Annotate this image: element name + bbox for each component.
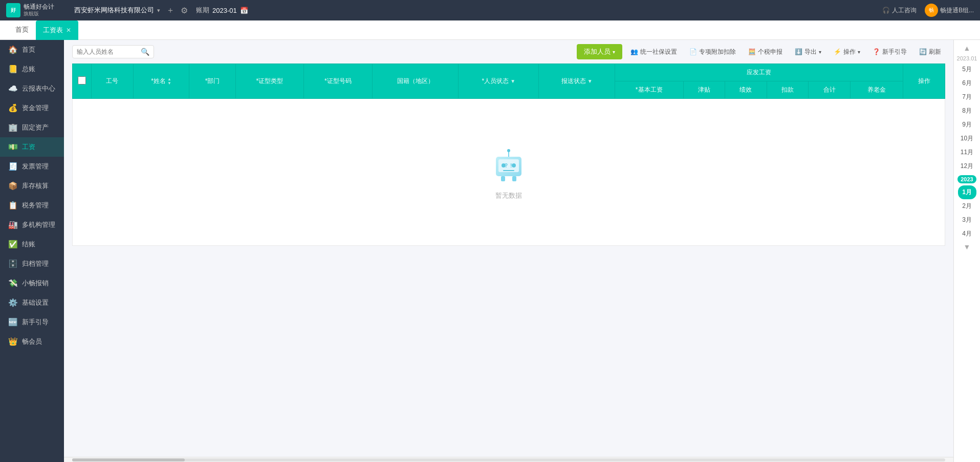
th-name: *姓名 ▲▼: [133, 64, 189, 99]
search-box[interactable]: 🔍: [72, 45, 154, 58]
sidebar-label-home: 首页: [22, 45, 35, 54]
assets-icon: 🏢: [8, 123, 18, 132]
filter-status-icon[interactable]: ▼: [510, 78, 515, 84]
svg-rect-7: [501, 176, 505, 181]
funds-icon: 💰: [8, 103, 18, 113]
operations-btn[interactable]: ⚡ 操作 ▾: [830, 46, 864, 58]
date-year: 2023: [957, 175, 976, 183]
date-month-3[interactable]: 3月: [954, 213, 980, 227]
header-right: 🎧 人工咨询 畅 畅捷通B组...: [882, 4, 974, 17]
horizontal-scrollbar[interactable]: [64, 457, 953, 462]
sidebar-label-inventory: 库存核算: [22, 181, 49, 191]
operations-arrow-icon: ▾: [858, 49, 860, 55]
sidebar-item-member[interactable]: 👑 畅会员: [0, 332, 64, 351]
add-person-button[interactable]: 添加人员 ▾: [577, 44, 622, 59]
sidebar-label-settings: 基础设置: [22, 298, 49, 307]
date-month-8[interactable]: 8月: [954, 104, 980, 118]
logo-area: 好 畅通好会计 旗舰版: [6, 3, 70, 17]
member-icon: 👑: [8, 337, 18, 346]
date-month-2[interactable]: 2月: [954, 199, 980, 213]
header-add-icon[interactable]: ＋: [166, 5, 175, 16]
export-arrow-icon: ▾: [819, 49, 821, 55]
sidebar-label-checkout: 结账: [22, 240, 35, 249]
sidebar-item-expense[interactable]: 💸 小畅报销: [0, 274, 64, 293]
headset-icon: 🎧: [882, 7, 890, 14]
date-month-1[interactable]: 1月: [958, 185, 976, 199]
date-month-12[interactable]: 12月: [954, 159, 980, 173]
date-month-4[interactable]: 4月: [954, 227, 980, 241]
guide-toolbar-icon: ❓: [873, 48, 880, 55]
search-input[interactable]: [77, 48, 138, 55]
th-pension: 养老金: [850, 81, 903, 99]
empty-state-cell: ? ! 暂无数据: [73, 99, 945, 246]
ledger-icon: 📒: [8, 65, 18, 74]
date-month-9[interactable]: 9月: [954, 118, 980, 132]
company-name: 西安虾米网络科技有限公司: [74, 6, 154, 15]
support-btn[interactable]: 🎧 人工咨询: [882, 6, 917, 15]
sidebar-item-fixed-assets[interactable]: 🏢 固定资产: [0, 118, 64, 137]
period-selector[interactable]: 账期 2023-01 📅: [196, 6, 248, 15]
date-month-6[interactable]: 6月: [954, 76, 980, 90]
svg-rect-8: [512, 176, 516, 181]
scroll-thumb[interactable]: [72, 458, 185, 461]
special-deduct-btn[interactable]: 📄 专项附加扣除: [685, 46, 740, 58]
sidebar-item-archive[interactable]: 🗄️ 归档管理: [0, 254, 64, 274]
sidebar-item-checkout[interactable]: ✅ 结账: [0, 235, 64, 254]
guide-btn[interactable]: ❓ 新手引导: [868, 46, 911, 58]
sidebar-item-cloud-report[interactable]: ☁️ 云报表中心: [0, 79, 64, 98]
date-nav-down[interactable]: ▼: [962, 241, 973, 253]
search-icon[interactable]: 🔍: [141, 48, 149, 56]
period-display: 2023.01: [957, 54, 977, 62]
chevron-down-icon: ▾: [157, 7, 160, 14]
sidebar-item-funds[interactable]: 💰 资金管理: [0, 98, 64, 118]
th-total: 合计: [809, 81, 851, 99]
social-security-btn[interactable]: 👥 统一社保设置: [626, 46, 681, 58]
sidebar-label-member: 畅会员: [22, 337, 42, 346]
user-menu[interactable]: 畅 畅捷通B组...: [925, 4, 974, 17]
date-month-7[interactable]: 7月: [954, 90, 980, 104]
date-month-11[interactable]: 11月: [954, 145, 980, 159]
company-selector[interactable]: 西安虾米网络科技有限公司 ▾: [74, 6, 160, 15]
date-nav-up[interactable]: ▲: [962, 42, 973, 54]
sort-arrows-name[interactable]: ▲▼: [167, 77, 171, 86]
th-status: *人员状态 ▼: [459, 64, 539, 99]
export-btn[interactable]: ⬇️ 导出 ▾: [791, 46, 825, 58]
tab-home[interactable]: 首页: [8, 20, 36, 40]
select-all-checkbox[interactable]: [78, 76, 86, 85]
payroll-table: 工号 *姓名 ▲▼ *部门 *证型类型: [72, 64, 945, 246]
toolbar: 🔍 添加人员 ▾ 👥 统一社保设置 📄 专项附加扣除 🧮 个税申报 ⬇️ 导出: [64, 40, 953, 64]
header-settings-icon[interactable]: ⚙: [181, 6, 188, 15]
sidebar-label-multi-org: 多机构管理: [22, 220, 55, 229]
sidebar-item-settings[interactable]: ⚙️ 基础设置: [0, 293, 64, 312]
sidebar-item-guide[interactable]: 🆕 新手引导: [0, 312, 64, 332]
settings-icon: ⚙️: [8, 298, 18, 307]
th-dept: *部门: [189, 64, 235, 99]
sidebar-item-home[interactable]: 🏠 首页: [0, 40, 64, 59]
tab-payroll[interactable]: 工资表 ✕: [36, 20, 78, 40]
sidebar: 🏠 首页 📒 总账 ☁️ 云报表中心 💰 资金管理 🏢 固定资产 💵 工资 🧾 …: [0, 40, 64, 462]
th-allowance: 津贴: [683, 81, 725, 99]
date-month-5[interactable]: 5月: [954, 62, 980, 76]
sidebar-item-tax[interactable]: 📋 税务管理: [0, 196, 64, 215]
sidebar-item-ledger[interactable]: 📒 总账: [0, 59, 64, 79]
date-month-10[interactable]: 10月: [954, 132, 980, 145]
tab-close-icon[interactable]: ✕: [66, 27, 71, 34]
calendar-icon: 📅: [240, 7, 248, 14]
filter-report-icon[interactable]: ▼: [587, 78, 593, 84]
sidebar-item-multi-org[interactable]: 🏭 多机构管理: [0, 215, 64, 235]
sidebar-item-inventory[interactable]: 📦 库存核算: [0, 176, 64, 196]
sidebar-item-invoice[interactable]: 🧾 发票管理: [0, 157, 64, 176]
content-area: 🔍 添加人员 ▾ 👥 统一社保设置 📄 专项附加扣除 🧮 个税申报 ⬇️ 导出: [64, 40, 953, 462]
personal-tax-btn[interactable]: 🧮 个税申报: [744, 46, 787, 58]
tab-bar: 首页 工资表 ✕: [0, 20, 980, 40]
sidebar-label-fixed-assets: 固定资产: [22, 123, 49, 132]
inventory-icon: 📦: [8, 181, 18, 191]
sidebar-label-cloud-report: 云报表中心: [22, 84, 55, 93]
sidebar-item-payroll[interactable]: 💵 工资: [0, 137, 64, 157]
tax-report-icon: 🧮: [748, 48, 756, 55]
refresh-btn[interactable]: 🔄 刷新: [915, 46, 945, 58]
archive-icon: 🗄️: [8, 259, 18, 268]
username: 畅捷通B组...: [940, 6, 974, 15]
th-action: 操作: [903, 64, 945, 99]
app-title: 畅通好会计: [24, 3, 54, 10]
